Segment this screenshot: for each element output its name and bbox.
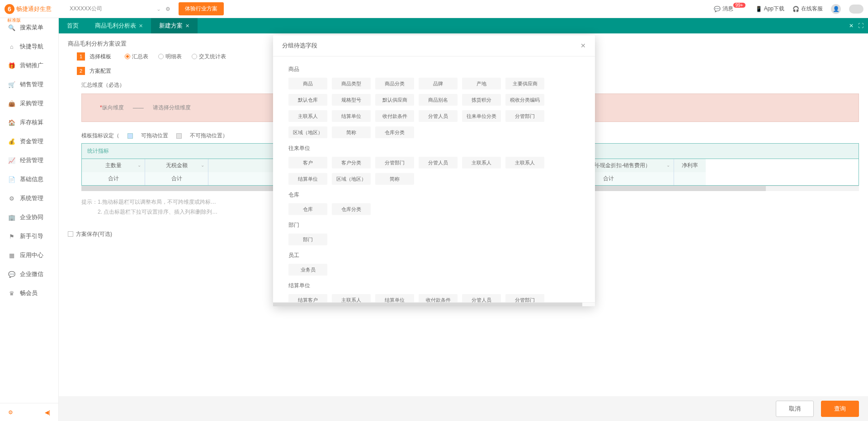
field-chip[interactable]: 收付款条件 [419, 294, 458, 302]
field-chip[interactable]: 分管部门 [505, 110, 544, 122]
modal-body: 商品商品商品类型商品分类品牌产地主要供应商默认仓库规格型号默认供应商商品别名拣货… [273, 56, 595, 302]
field-group-title: 员工 [288, 252, 586, 259]
field-chip[interactable]: 收付款条件 [375, 110, 414, 122]
field-chip[interactable]: 主联系人 [462, 157, 501, 168]
field-chip[interactable]: 仓库分类 [332, 203, 371, 215]
field-chip[interactable]: 分管部门 [375, 157, 414, 168]
field-group-title: 结算单位 [288, 282, 586, 290]
field-chip[interactable]: 主要供应商 [505, 78, 544, 89]
chips-row: 部门 [288, 234, 586, 245]
field-picker-modal: 分组待选字段 ✕ 商品商品商品类型商品分类品牌产地主要供应商默认仓库规格型号默认… [273, 35, 595, 306]
field-chip[interactable]: 规格型号 [332, 94, 371, 106]
field-chip[interactable]: 税收分类编码 [505, 94, 544, 106]
field-chip[interactable]: 商品分类 [375, 78, 414, 89]
field-chip[interactable]: 结算客户 [288, 294, 327, 302]
field-chip[interactable]: 商品类型 [332, 78, 371, 89]
chips-row: 业务员 [288, 264, 586, 276]
field-chip[interactable]: 商品别名 [419, 94, 458, 106]
field-chip[interactable]: 客户分类 [332, 157, 371, 168]
field-chip[interactable]: 分管人员 [462, 294, 501, 302]
field-chip[interactable]: 默认供应商 [375, 94, 414, 106]
field-chip[interactable]: 简称 [332, 126, 371, 138]
field-chip[interactable]: 结算单位 [332, 110, 371, 122]
field-chip[interactable]: 仓库分类 [375, 126, 414, 138]
field-chip[interactable]: 客户 [288, 157, 327, 168]
field-group: 员工业务员 [288, 252, 586, 276]
chips-row: 商品商品类型商品分类品牌产地主要供应商默认仓库规格型号默认供应商商品别名拣货积分… [288, 78, 586, 138]
close-icon[interactable]: ✕ [580, 42, 586, 49]
chips-row: 仓库仓库分类 [288, 203, 586, 215]
field-chip[interactable]: 分管人员 [419, 110, 458, 122]
field-chip[interactable]: 主联系人 [332, 294, 371, 302]
field-chip[interactable]: 品牌 [419, 78, 458, 89]
chips-row: 结算客户主联系人结算单位收付款条件分管人员分管部门区域（地区）简称 [288, 294, 586, 302]
field-chip[interactable]: 部门 [288, 234, 327, 245]
field-chip[interactable]: 产地 [462, 78, 501, 89]
field-chip[interactable]: 分管人员 [419, 157, 458, 168]
modal-hscrollbar[interactable] [273, 302, 595, 306]
field-chip[interactable]: 简称 [375, 173, 414, 185]
field-chip[interactable]: 主联系人 [288, 110, 327, 122]
field-group-title: 部门 [288, 221, 586, 229]
field-chip[interactable]: 分管部门 [505, 294, 544, 302]
modal-title: 分组待选字段 [282, 42, 317, 50]
field-group-title: 往来单位 [288, 145, 586, 152]
field-group-title: 商品 [288, 65, 586, 73]
field-chip[interactable]: 区域（地区） [332, 173, 371, 185]
field-group: 部门部门 [288, 221, 586, 245]
field-chip[interactable]: 区域（地区） [288, 126, 327, 138]
field-chip[interactable]: 业务员 [288, 264, 327, 276]
field-group: 结算单位结算客户主联系人结算单位收付款条件分管人员分管部门区域（地区）简称 [288, 282, 586, 302]
field-chip[interactable]: 结算单位 [288, 173, 327, 185]
modal-header: 分组待选字段 ✕ [273, 35, 595, 56]
field-chip[interactable]: 默认仓库 [288, 94, 327, 106]
field-chip[interactable]: 仓库 [288, 203, 327, 215]
field-chip[interactable]: 往来单位分类 [462, 110, 501, 122]
field-group: 仓库仓库仓库分类 [288, 191, 586, 215]
field-group-title: 仓库 [288, 191, 586, 199]
field-chip[interactable]: 商品 [288, 78, 327, 89]
field-chip[interactable]: 拣货积分 [462, 94, 501, 106]
field-group: 往来单位客户客户分类分管部门分管人员主联系人主联系人结算单位区域（地区）简称 [288, 145, 586, 185]
field-group: 商品商品商品类型商品分类品牌产地主要供应商默认仓库规格型号默认供应商商品别名拣货… [288, 65, 586, 138]
field-chip[interactable]: 主联系人 [505, 157, 544, 168]
field-chip[interactable]: 结算单位 [375, 294, 414, 302]
chips-row: 客户客户分类分管部门分管人员主联系人主联系人结算单位区域（地区）简称 [288, 157, 586, 185]
